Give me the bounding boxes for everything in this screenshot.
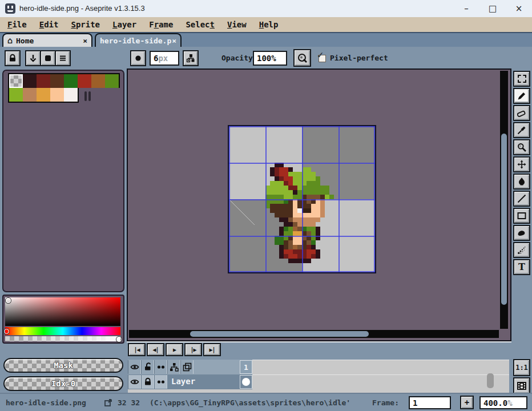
canvas-hscrollbar-thumb[interactable] bbox=[190, 331, 369, 337]
hue-marker[interactable] bbox=[4, 329, 9, 334]
palette-swatch[interactable] bbox=[37, 74, 50, 88]
lock-open-toggle[interactable] bbox=[141, 360, 154, 374]
tab-close-icon[interactable]: × bbox=[83, 37, 87, 45]
pencil-tool-button[interactable] bbox=[513, 88, 530, 104]
palette-swatch[interactable] bbox=[78, 74, 91, 88]
pixel-perfect-label: Pixel-perfect bbox=[330, 54, 388, 62]
eye-toggle[interactable] bbox=[128, 375, 141, 389]
palette-swatch[interactable] bbox=[91, 74, 105, 88]
dynamics-button[interactable] bbox=[183, 50, 199, 66]
palette-swatch[interactable] bbox=[9, 88, 23, 102]
palette-swatch[interactable] bbox=[37, 88, 50, 102]
brush-circle-icon bbox=[134, 54, 143, 63]
alpha-marker[interactable] bbox=[116, 337, 122, 342]
palette-swatch[interactable] bbox=[50, 74, 64, 88]
onion-skin-toggle[interactable] bbox=[154, 375, 167, 389]
mask-color-button[interactable]: Mask bbox=[3, 358, 123, 373]
brush-size-input[interactable]: 6px bbox=[150, 51, 179, 66]
first-frame-button[interactable]: |◀ bbox=[128, 343, 146, 356]
spray-tool-button[interactable] bbox=[513, 242, 530, 258]
palette-swatch[interactable] bbox=[50, 88, 64, 102]
layer-name[interactable]: Layer bbox=[171, 377, 195, 386]
palette-swatch[interactable] bbox=[64, 88, 78, 102]
contour-tool-button[interactable] bbox=[513, 225, 530, 241]
brush-type-button[interactable] bbox=[130, 50, 146, 66]
palette-swatch[interactable] bbox=[23, 74, 37, 88]
lock-closed-toggle[interactable] bbox=[141, 375, 154, 389]
frame-number-cell[interactable]: 1 bbox=[240, 360, 252, 374]
maximize-button[interactable]: □ bbox=[479, 0, 506, 17]
tab-label: hero-idle-side.p bbox=[100, 37, 171, 45]
menu-frame[interactable]: Frame bbox=[143, 20, 179, 29]
zoom-1-1-label: 1:1 bbox=[515, 364, 528, 372]
status-filename: hero-idle-side.png bbox=[6, 398, 86, 407]
minimize-button[interactable]: – bbox=[453, 0, 479, 17]
menu-help[interactable]: Help bbox=[253, 20, 285, 29]
saturation-value-gradient[interactable] bbox=[5, 297, 120, 326]
palette-swatch[interactable] bbox=[23, 88, 37, 102]
palette-swatch[interactable] bbox=[64, 74, 78, 88]
onion-skin-toggle[interactable] bbox=[154, 360, 167, 374]
cel-dot-icon bbox=[242, 378, 250, 386]
duplicate-toggle[interactable] bbox=[180, 360, 194, 374]
rectangle-icon bbox=[517, 211, 526, 220]
eyedropper-tool-button[interactable] bbox=[513, 122, 530, 138]
add-frame-label: + bbox=[465, 398, 469, 407]
zoom-tool-button[interactable] bbox=[513, 139, 530, 155]
selection-mode-button[interactable] bbox=[40, 50, 56, 66]
eye-toggle[interactable] bbox=[128, 360, 141, 374]
last-frame-button[interactable]: ▶| bbox=[203, 343, 221, 356]
cel-cell[interactable] bbox=[240, 375, 252, 389]
timeline-layer-row[interactable]: Layer bbox=[128, 374, 509, 389]
close-button[interactable]: × bbox=[506, 0, 532, 17]
onion-skin-icon bbox=[156, 377, 166, 386]
text-tool-button[interactable]: T bbox=[513, 259, 530, 275]
menu-sprite[interactable]: Sprite bbox=[65, 20, 106, 29]
palette-panel bbox=[2, 70, 124, 292]
canvas-viewport bbox=[127, 68, 511, 341]
window-controls: – □ × bbox=[453, 0, 532, 17]
tab-close-icon[interactable]: × bbox=[172, 37, 176, 45]
zoom-input[interactable]: 400.0% bbox=[479, 396, 527, 409]
timeline-toggle-button[interactable] bbox=[513, 377, 530, 394]
rectangular-marquee-tool-button[interactable] bbox=[513, 71, 530, 87]
alpha-slider[interactable] bbox=[5, 336, 120, 341]
tab-home[interactable]: ⌂Home× bbox=[2, 33, 92, 47]
lock-button[interactable] bbox=[5, 50, 21, 66]
flow-toggle[interactable] bbox=[167, 360, 180, 374]
rectangle-tool-button[interactable] bbox=[513, 208, 530, 224]
zoom-1-1-button[interactable]: 1:1 bbox=[513, 359, 530, 376]
menu-edit[interactable]: Edit bbox=[33, 20, 65, 29]
sv-marker[interactable] bbox=[6, 298, 11, 303]
add-frame-button[interactable]: + bbox=[460, 396, 474, 409]
playback-controls: |◀◀|▶|▶▶| bbox=[128, 343, 222, 356]
tab-sprite[interactable]: hero-idle-side.p× bbox=[95, 33, 182, 47]
drop-pixels-button[interactable] bbox=[25, 50, 41, 66]
index-color-button[interactable]: Idx-0 bbox=[3, 376, 123, 391]
menu-select[interactable]: Select bbox=[179, 20, 221, 29]
options-menu-button[interactable] bbox=[55, 50, 71, 66]
hue-slider[interactable] bbox=[5, 327, 120, 335]
menu-view[interactable]: View bbox=[221, 20, 253, 29]
sprite-canvas[interactable] bbox=[229, 126, 375, 272]
next-frame-button[interactable]: |▶ bbox=[184, 343, 202, 356]
line-tool-button[interactable] bbox=[513, 191, 530, 207]
zoom-icon bbox=[517, 143, 526, 152]
eraser-tool-button[interactable] bbox=[513, 105, 530, 121]
move-tool-button[interactable] bbox=[513, 156, 530, 172]
palette-swatch[interactable] bbox=[105, 74, 119, 88]
eye-icon bbox=[130, 362, 139, 372]
palette-swatch[interactable] bbox=[9, 74, 23, 88]
timeline-vscrollbar-thumb[interactable] bbox=[487, 373, 494, 388]
menu-file[interactable]: File bbox=[1, 20, 33, 29]
frame-input[interactable]: 1 bbox=[409, 396, 451, 409]
ink-type-button[interactable] bbox=[293, 49, 311, 67]
prev-frame-button[interactable]: ◀| bbox=[147, 343, 164, 356]
dimensions-icon bbox=[104, 398, 113, 407]
play-button[interactable]: ▶ bbox=[166, 343, 183, 356]
paint-bucket-tool-button[interactable] bbox=[513, 174, 530, 190]
menu-layer[interactable]: Layer bbox=[106, 20, 143, 29]
opacity-input[interactable]: 100% bbox=[253, 51, 287, 66]
canvas-vscrollbar-thumb[interactable] bbox=[501, 134, 507, 305]
menu-lines-icon bbox=[58, 54, 67, 63]
